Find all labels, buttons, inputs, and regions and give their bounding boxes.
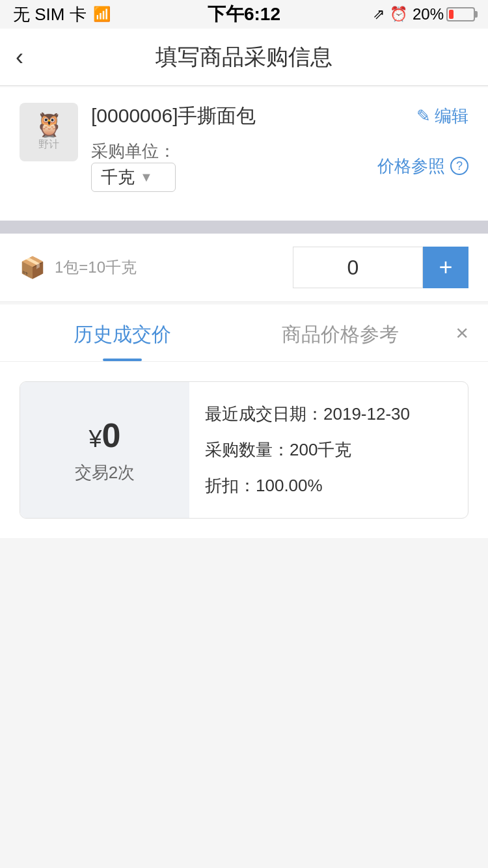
recent-date-label: 最近成交日期：: [205, 404, 323, 424]
status-time: 下午6:12: [208, 2, 280, 27]
battery-fill: [449, 10, 454, 19]
price-ref-label: 价格参照: [377, 155, 445, 178]
wifi-icon: 📶: [93, 6, 111, 23]
product-thumbnail: 🦉 野计: [20, 103, 78, 161]
yen-symbol: ¥: [89, 426, 102, 452]
recent-date-value: 2019-12-30: [323, 404, 410, 424]
product-name: [0000006]手撕面包: [91, 103, 256, 129]
history-content: ¥0 交易2次 最近成交日期：2019-12-30 采购数量：200千克 折扣：…: [0, 362, 488, 538]
product-logo-text: 野计: [38, 138, 59, 152]
unit-label-group: 采购单位： 千克 ▼: [91, 140, 176, 192]
main-content: [0, 538, 488, 868]
card-right: 最近成交日期：2019-12-30 采购数量：200千克 折扣：100.00%: [189, 382, 468, 518]
discount-label: 折扣：: [205, 476, 256, 495]
product-name-row: [0000006]手撕面包 ✎ 编辑: [91, 103, 468, 129]
qty-left: 📦 1包=10千克: [20, 255, 137, 280]
card-price: ¥0: [89, 416, 121, 455]
tab-history[interactable]: 历史成交价: [13, 305, 231, 361]
edit-button[interactable]: ✎ 编辑: [416, 105, 468, 128]
battery-icon: [446, 7, 475, 21]
tab-price-ref-label: 商品价格参考: [282, 323, 399, 345]
page-title: 填写商品采购信息: [156, 42, 332, 72]
trade-count: 交易2次: [75, 461, 135, 484]
price-value: 0: [102, 416, 121, 454]
unit-label: 采购单位：: [91, 141, 176, 161]
product-section: 🦉 野计 [0000006]手撕面包 ✎ 编辑 采购单位： 千克: [0, 87, 488, 221]
status-carrier: 无 SIM 卡 📶: [13, 3, 111, 26]
status-bar: 无 SIM 卡 📶 下午6:12 ⇗ ⏰ 20%: [0, 0, 488, 29]
product-logo-icon: 🦉: [34, 113, 64, 137]
edit-icon: ✎: [416, 106, 431, 126]
tab-panel: 历史成交价 商品价格参考 × ¥0 交易2次 最近成交日期：2019-12-30…: [0, 305, 488, 538]
pkg-ratio: 1包=10千克: [55, 257, 137, 278]
chevron-down-icon: ▼: [140, 170, 153, 185]
section-divider: [0, 221, 488, 234]
back-button[interactable]: ‹: [16, 44, 23, 71]
qty-detail-label: 采购数量：: [205, 440, 290, 459]
card-left: ¥0 交易2次: [20, 382, 189, 518]
status-right: ⇗ ⏰ 20%: [373, 5, 475, 23]
price-ref-button[interactable]: 价格参照 ?: [377, 155, 468, 178]
tab-history-label: 历史成交价: [74, 323, 171, 345]
qty-input[interactable]: [293, 247, 423, 288]
edit-label: 编辑: [435, 105, 468, 128]
location-icon: ⇗: [373, 6, 385, 23]
product-unit-row: 采购单位： 千克 ▼ 价格参照 ?: [91, 140, 468, 192]
unit-value: 千克: [101, 166, 135, 189]
recent-date-row: 最近成交日期：2019-12-30: [205, 401, 452, 427]
nav-bar: ‹ 填写商品采购信息: [0, 29, 488, 86]
qty-detail-value: 200千克: [290, 440, 351, 459]
battery-percent: 20%: [413, 5, 444, 23]
price-ref-help-icon: ?: [450, 157, 468, 175]
tab-close-button[interactable]: ×: [449, 314, 475, 352]
package-icon: 📦: [20, 255, 46, 280]
carrier-text: 无 SIM 卡: [13, 3, 87, 26]
product-title: 手撕面包: [178, 105, 256, 126]
qty-plus-button[interactable]: +: [423, 247, 468, 288]
unit-select[interactable]: 千克 ▼: [91, 163, 176, 192]
qty-right: +: [293, 247, 468, 288]
product-header: 🦉 野计 [0000006]手撕面包 ✎ 编辑 采购单位： 千克: [20, 103, 468, 192]
history-card: ¥0 交易2次 最近成交日期：2019-12-30 采购数量：200千克 折扣：…: [20, 381, 468, 519]
tab-price-ref[interactable]: 商品价格参考: [231, 305, 449, 361]
discount-row: 折扣：100.00%: [205, 473, 452, 498]
tab-header: 历史成交价 商品价格参考 ×: [0, 305, 488, 362]
battery: 20%: [413, 5, 475, 23]
product-id: [0000006]: [91, 105, 178, 126]
product-info: [0000006]手撕面包 ✎ 编辑 采购单位： 千克 ▼ 价格参照 ?: [91, 103, 468, 192]
qty-row: 采购数量：200千克: [205, 437, 452, 463]
qty-section: 📦 1包=10千克 +: [0, 234, 488, 302]
discount-value: 100.00%: [256, 476, 323, 495]
alarm-icon: ⏰: [390, 6, 407, 23]
